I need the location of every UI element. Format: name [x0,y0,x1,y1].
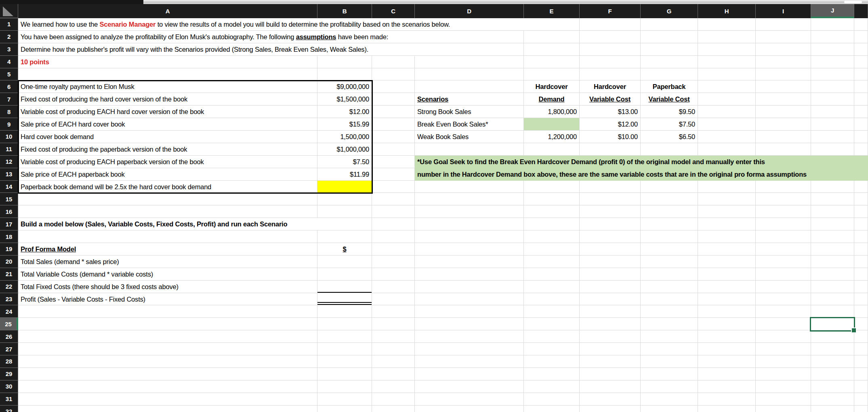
cell-K30[interactable] [854,380,868,393]
cell-E6[interactable]: Hardcover [524,80,580,93]
cell-B27[interactable] [317,343,372,355]
cell-E25[interactable] [524,318,580,330]
selection-fill-handle[interactable] [851,327,857,333]
cell-K28[interactable] [854,355,868,368]
cell-E19[interactable] [524,243,580,256]
cell-J8[interactable] [811,106,854,118]
cell-F29[interactable] [580,368,641,380]
cell-C21[interactable] [372,268,415,281]
cell-E26[interactable] [524,330,580,343]
cell-H20[interactable] [698,256,756,268]
cell-D19[interactable] [415,243,524,256]
row-header-12[interactable]: 12 [0,156,18,168]
cell-B22[interactable] [317,281,372,293]
cell-J22[interactable] [811,281,854,293]
cell-G9[interactable]: $7.50 [641,118,698,131]
cell-A31[interactable] [18,393,317,406]
cell-A16[interactable] [18,205,317,218]
cell-E16[interactable] [524,205,580,218]
col-header-J[interactable]: J [811,4,854,18]
cell-A29[interactable] [18,368,317,380]
cell-A15[interactable] [18,193,317,205]
cell-J20[interactable] [811,256,854,268]
cell-C25[interactable] [372,318,415,330]
cell-C29[interactable] [372,368,415,380]
cell-E14[interactable] [524,181,580,193]
cell-E10[interactable]: 1,200,000 [524,131,580,143]
cell-A32[interactable] [18,406,317,412]
cell-A21[interactable]: Total Variable Costs (demand * variable … [18,268,317,281]
cell-J7[interactable] [811,93,854,106]
row-header-3[interactable]: 3 [0,43,18,56]
cell-H32[interactable] [698,406,756,412]
cell-K17[interactable] [854,218,868,230]
cell-D27[interactable] [415,343,524,355]
cell-F14[interactable] [580,181,641,193]
cell-D30[interactable] [415,380,524,393]
cell-A30[interactable] [18,380,317,393]
cell-I3[interactable] [756,43,811,56]
cell-H23[interactable] [698,293,756,306]
cell-I31[interactable] [756,393,811,406]
row-header-5[interactable]: 5 [0,68,18,81]
col-header-K[interactable] [854,4,868,18]
cell-I22[interactable] [756,281,811,293]
cell-C31[interactable] [372,393,415,406]
cell-C15[interactable] [372,193,415,205]
cell-F10[interactable]: $10.00 [580,131,641,143]
cell-K5[interactable] [854,68,868,81]
cell-I30[interactable] [756,380,811,393]
cell-D15[interactable] [415,193,524,205]
cell-I21[interactable] [756,268,811,281]
cell-E7[interactable]: Demand [524,93,580,106]
cell-F1[interactable] [580,18,641,31]
col-header-I[interactable]: I [756,4,811,18]
cell-I24[interactable] [756,305,811,318]
cell-G21[interactable] [641,268,698,281]
row-header-7[interactable]: 7 [0,93,18,106]
cell-K14[interactable] [854,181,868,193]
cell-A24[interactable] [18,305,317,318]
cell-F18[interactable] [580,230,641,243]
cell-F25[interactable] [580,318,641,330]
col-header-H[interactable]: H [698,4,756,18]
cell-C9[interactable] [372,118,415,131]
cell-B23[interactable] [317,293,372,306]
cell-A7[interactable]: Fixed cost of producing the hard cover v… [18,93,317,106]
cell-A6[interactable]: One-time royalty payment to Elon Musk [18,80,317,93]
cell-J23[interactable] [811,293,854,306]
cell-K9[interactable] [854,118,868,131]
cell-A27[interactable] [18,343,317,355]
cell-C28[interactable] [372,355,415,368]
cell-G11[interactable] [641,143,698,156]
cell-K16[interactable] [854,205,868,218]
cell-K32[interactable] [854,406,868,412]
cell-E27[interactable] [524,343,580,355]
col-header-G[interactable]: G [641,4,698,18]
cell-G32[interactable] [641,406,698,412]
cell-K3[interactable] [854,43,868,56]
row-header-18[interactable]: 18 [0,230,18,243]
cell-I32[interactable] [756,406,811,412]
cell-A18[interactable] [18,230,317,243]
cell-C19[interactable] [372,243,415,256]
cell-C14[interactable] [372,181,415,193]
cell-F24[interactable] [580,305,641,318]
row-header-22[interactable]: 22 [0,281,18,293]
row-header-17[interactable]: 17 [0,218,18,230]
cell-E4[interactable] [524,56,580,68]
cell-I29[interactable] [756,368,811,380]
cell-J30[interactable] [811,380,854,393]
cell-I14[interactable] [756,181,811,193]
cell-A26[interactable] [18,330,317,343]
cell-F2[interactable] [580,31,641,43]
cell-G8[interactable]: $9.50 [641,106,698,118]
cell-K8[interactable] [854,106,868,118]
cell-H5[interactable] [698,68,756,81]
cell-H16[interactable] [698,205,756,218]
cell-J4[interactable] [811,56,854,68]
cell-F31[interactable] [580,393,641,406]
row-header-25[interactable]: 25 [0,318,18,330]
cell-J29[interactable] [811,368,854,380]
cell-F8[interactable]: $13.00 [580,106,641,118]
